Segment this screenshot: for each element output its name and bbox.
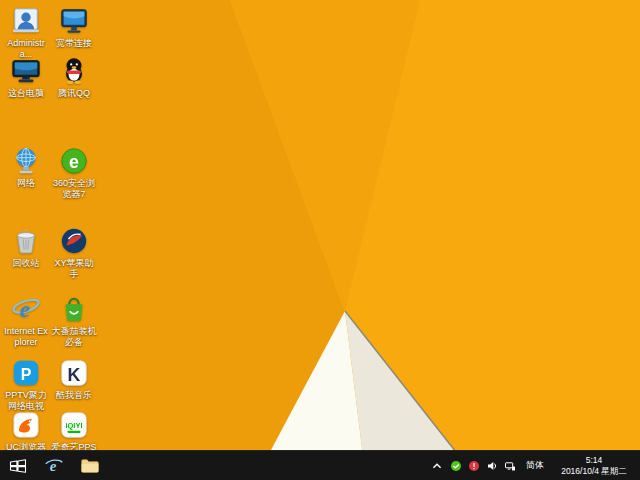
desktop-icon-360-browser[interactable]: e360安全浏览器7 [51, 146, 97, 199]
iqiyi-pps-icon: iQIYI [59, 410, 89, 440]
desktop-icon-label: 360安全浏览器7 [51, 178, 97, 199]
desktop-icon-label: 这台电脑 [3, 88, 49, 99]
network-icon [11, 146, 41, 176]
tray-icon-360-safe[interactable] [449, 451, 463, 480]
tray-clock[interactable]: 5:14 2016/10/4 星期二 [553, 455, 635, 477]
system-tray: 简体 5:14 2016/10/4 星期二 [430, 451, 640, 480]
recycle-bin-icon [11, 226, 41, 256]
user-folder-icon [11, 6, 41, 36]
ie-icon: e [11, 294, 41, 324]
desktop-icon-network[interactable]: 网络 [3, 146, 49, 189]
desktop-icon-uc-browser[interactable]: UC浏览器 [3, 410, 49, 453]
desktop-icon-pptv[interactable]: PPPTV聚力网络电视 [3, 358, 49, 411]
svg-text:e: e [69, 152, 79, 172]
desktop-icon-tomato-bag[interactable]: 大番茄装机必备 [51, 294, 97, 347]
desktop-icon-broadband[interactable]: 宽带连接 [51, 6, 97, 49]
desktop-icon-label: 酷我音乐 [51, 390, 97, 401]
desktop-icon-label: PPTV聚力网络电视 [3, 390, 49, 411]
tray-icon-volume[interactable] [485, 451, 499, 480]
taskbar-internet-explorer-button[interactable]: e [36, 451, 72, 480]
desktop-icon-label: XY苹果助手 [51, 258, 97, 279]
windows-logo-icon [8, 456, 28, 476]
this-pc-icon [11, 56, 41, 86]
tomato-bag-icon [59, 294, 89, 324]
svg-text:P: P [21, 366, 32, 383]
desktop: Administra...宽带连接这台电脑腾讯QQ网络e360安全浏览器7回收站… [0, 0, 640, 480]
desktop-icon-kuwo[interactable]: K酷我音乐 [51, 358, 97, 401]
qq-icon [59, 56, 89, 86]
desktop-icon-label: 大番茄装机必备 [51, 326, 97, 347]
taskbar-file-explorer-button[interactable] [72, 451, 108, 480]
tray-icon-cluster [449, 451, 517, 480]
desktop-icon-qq[interactable]: 腾讯QQ [51, 56, 97, 99]
desktop-icon-label: 宽带连接 [51, 38, 97, 49]
desktop-icon-label: 网络 [3, 178, 49, 189]
svg-text:K: K [68, 365, 81, 385]
desktop-icon-label: 回收站 [3, 258, 49, 269]
desktop-icon-recycle-bin[interactable]: 回收站 [3, 226, 49, 269]
desktop-icon-xy-assistant[interactable]: XY苹果助手 [51, 226, 97, 279]
internet-explorer-icon: e [44, 456, 64, 476]
ime-indicator[interactable]: 简体 [522, 451, 548, 480]
xy-assistant-icon [59, 226, 89, 256]
broadband-icon [59, 6, 89, 36]
uc-browser-icon [11, 410, 41, 440]
desktop-icon-label: 腾讯QQ [51, 88, 97, 99]
desktop-icon-grid: Administra...宽带连接这台电脑腾讯QQ网络e360安全浏览器7回收站… [0, 0, 640, 450]
start-button[interactable] [0, 451, 36, 480]
tray-icon-network[interactable] [503, 451, 517, 480]
chevron-up-icon [431, 460, 443, 472]
clock-date: 2016/10/4 星期二 [556, 466, 632, 477]
show-hidden-icons-button[interactable] [430, 451, 444, 480]
desktop-icon-label: Internet Explorer [3, 326, 49, 347]
kuwo-icon: K [59, 358, 89, 388]
desktop-icon-this-pc[interactable]: 这台电脑 [3, 56, 49, 99]
svg-text:e: e [20, 296, 30, 322]
desktop-icon-iqiyi-pps[interactable]: iQIYI爱奇艺PPS [51, 410, 97, 453]
desktop-icon-user-folder[interactable]: Administra... [3, 6, 49, 59]
folder-icon [80, 456, 100, 476]
tray-icon-security-alert[interactable] [467, 451, 481, 480]
desktop-icon-ie[interactable]: eInternet Explorer [3, 294, 49, 347]
svg-text:iQIYI: iQIYI [65, 421, 82, 430]
pptv-icon: P [11, 358, 41, 388]
taskbar: e 简体 5:14 2016/10/4 [0, 450, 640, 480]
clock-time: 5:14 [556, 455, 632, 466]
360-browser-icon: e [59, 146, 89, 176]
